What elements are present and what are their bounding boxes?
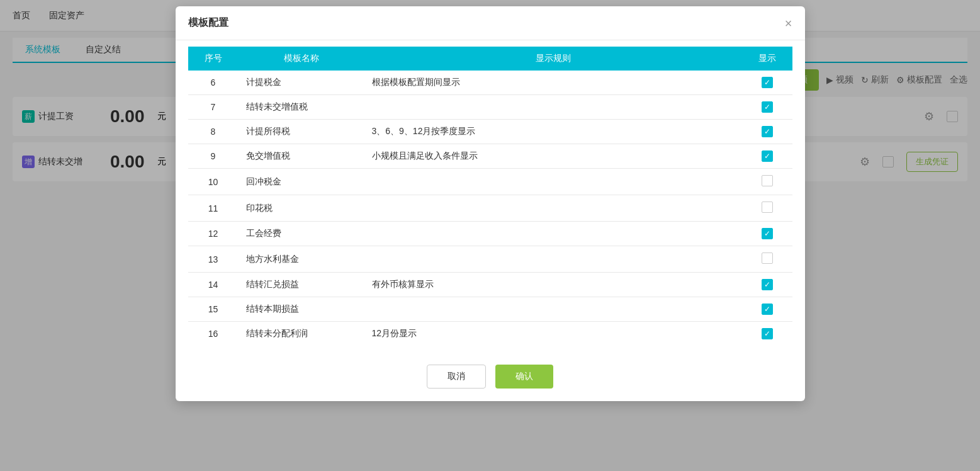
table-row: 15结转本期损益✓: [188, 297, 792, 322]
row-rule: 有外币核算显示: [364, 273, 742, 297]
dialog-header: 模板配置 ×: [176, 6, 805, 40]
modal-overlay: 模板配置 × 序号 模板名称 显示规则 显示: [0, 0, 980, 471]
row-name: 计提税金: [239, 71, 364, 95]
row-name: 免交增值税: [239, 144, 364, 169]
row-checkbox-cell: ✓: [742, 222, 792, 246]
col-header-rule: 显示规则: [364, 47, 742, 71]
row-checkbox[interactable]: [762, 253, 773, 264]
row-name: 结转未分配利润: [239, 322, 364, 343]
row-checkbox-cell: ✓: [742, 297, 792, 322]
row-rule: 3、6、9、12月按季度显示: [364, 120, 742, 144]
row-checkbox-cell: ✓: [742, 144, 792, 169]
dialog-body: 序号 模板名称 显示规则 显示 6计提税金根据模板配置期间显示✓7结转未交增值税…: [176, 40, 805, 355]
row-checkbox-cell: ✓: [742, 273, 792, 297]
table-row: 6计提税金根据模板配置期间显示✓: [188, 71, 792, 95]
row-rule: [364, 195, 742, 222]
table-row: 14结转汇兑损益有外币核算显示✓: [188, 273, 792, 297]
row-id: 15: [188, 297, 239, 322]
row-name: 结转本期损益: [239, 297, 364, 322]
row-checkbox[interactable]: [762, 175, 773, 186]
row-checkbox-cell: ✓: [742, 120, 792, 144]
row-rule: [364, 246, 742, 273]
row-checkbox-cell: ✓: [742, 322, 792, 343]
row-id: 14: [188, 273, 239, 297]
cancel-button[interactable]: 取消: [427, 365, 486, 389]
row-checkbox-cell: ✓: [742, 95, 792, 120]
row-rule: 12月份显示: [364, 322, 742, 343]
row-checkbox[interactable]: [762, 201, 773, 213]
row-checkbox-cell: [742, 246, 792, 273]
row-name: 工会经费: [239, 222, 364, 246]
table-row: 9免交增值税小规模且满足收入条件显示✓: [188, 144, 792, 169]
row-id: 13: [188, 246, 239, 273]
row-rule: [364, 297, 742, 322]
row-checkbox[interactable]: ✓: [762, 126, 773, 137]
row-checkbox[interactable]: ✓: [762, 328, 773, 339]
table-row: 12工会经费✓: [188, 222, 792, 246]
close-icon[interactable]: ×: [785, 17, 792, 30]
table-row: 10回冲税金: [188, 169, 792, 195]
table-row: 11印花税: [188, 195, 792, 222]
row-name: 印花税: [239, 195, 364, 222]
template-config-dialog: 模板配置 × 序号 模板名称 显示规则 显示: [176, 6, 805, 401]
row-rule: [364, 169, 742, 195]
row-id: 12: [188, 222, 239, 246]
row-rule: [364, 222, 742, 246]
row-checkbox-cell: ✓: [742, 71, 792, 95]
row-rule: [364, 95, 742, 120]
table-row: 7结转未交增值税✓: [188, 95, 792, 120]
row-rule: 根据模板配置期间显示: [364, 71, 742, 95]
dialog-title: 模板配置: [188, 16, 228, 30]
table-row: 16结转未分配利润12月份显示✓: [188, 322, 792, 343]
row-name: 地方水利基金: [239, 246, 364, 273]
table-row: 8计提所得税3、6、9、12月按季度显示✓: [188, 120, 792, 144]
row-name: 结转汇兑损益: [239, 273, 364, 297]
row-name: 回冲税金: [239, 169, 364, 195]
row-checkbox[interactable]: ✓: [762, 101, 773, 113]
row-checkbox[interactable]: ✓: [762, 150, 773, 162]
row-checkbox[interactable]: ✓: [762, 304, 773, 315]
row-rule: 小规模且满足收入条件显示: [364, 144, 742, 169]
row-id: 6: [188, 71, 239, 95]
dialog-footer: 取消 确认: [176, 355, 805, 401]
row-name: 结转未交增值税: [239, 95, 364, 120]
row-id: 16: [188, 322, 239, 343]
row-id: 11: [188, 195, 239, 222]
confirm-button[interactable]: 确认: [495, 365, 553, 389]
row-id: 8: [188, 120, 239, 144]
row-name: 计提所得税: [239, 120, 364, 144]
row-id: 9: [188, 144, 239, 169]
col-header-display: 显示: [742, 47, 792, 71]
table-row: 13地方水利基金: [188, 246, 792, 273]
row-id: 7: [188, 95, 239, 120]
col-header-id: 序号: [188, 47, 239, 71]
row-checkbox[interactable]: ✓: [762, 77, 773, 88]
col-header-name: 模板名称: [239, 47, 364, 71]
row-id: 10: [188, 169, 239, 195]
row-checkbox-cell: [742, 195, 792, 222]
row-checkbox[interactable]: ✓: [762, 279, 773, 290]
row-checkbox-cell: [742, 169, 792, 195]
config-table: 序号 模板名称 显示规则 显示 6计提税金根据模板配置期间显示✓7结转未交增值税…: [188, 47, 792, 343]
table-scroll-area[interactable]: 序号 模板名称 显示规则 显示 6计提税金根据模板配置期间显示✓7结转未交增值税…: [188, 40, 792, 343]
row-checkbox[interactable]: ✓: [762, 228, 773, 239]
